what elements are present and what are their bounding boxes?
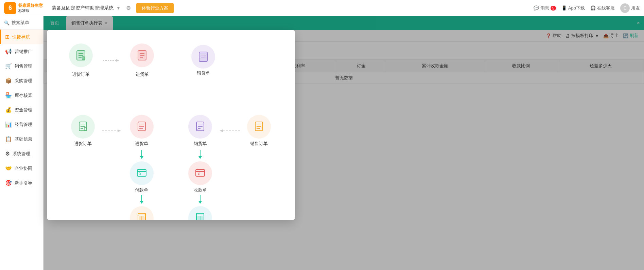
- basic-info-icon: 📋: [5, 136, 12, 142]
- node-shoukuan[interactable]: ¥ 收款单: [188, 161, 212, 193]
- sys-mgmt-icon: ⚙: [5, 150, 10, 157]
- fukuan-circle: ¥: [130, 161, 154, 185]
- arrow-shoukuan-down: [188, 195, 212, 204]
- top-bar: 6 畅康通好生意 标准版 装备及固定资产辅助管理系统 ▼ ⚙ 体验行业方案 💬 …: [0, 0, 644, 16]
- app-download-item[interactable]: 📱 App下载: [561, 5, 585, 11]
- svg-text:¥: ¥: [197, 172, 200, 176]
- message-label: 消息: [540, 5, 549, 11]
- sidebar-item-enterprise[interactable]: 🤝 企业协同: [0, 161, 43, 176]
- logo-text: 畅康通好生意 标准版: [18, 3, 43, 13]
- sales-icon: 🛒: [5, 63, 12, 69]
- sidebar-item-finance[interactable]: 💰 资金管理: [0, 103, 43, 117]
- modal-overlay: 进货订单 进货单: [43, 16, 644, 270]
- jinhuodd-circle: [71, 115, 95, 139]
- supplier-ledger-circle: [130, 206, 154, 220]
- svg-marker-49: [140, 201, 143, 204]
- jinhuodd-label: 进货订单: [74, 141, 92, 147]
- svg-rect-34: [255, 122, 263, 131]
- sidebar-item-operations[interactable]: 📊 经营管理: [0, 117, 43, 132]
- app-download-icon: 📱: [561, 5, 567, 11]
- enterprise-icon: 🤝: [5, 165, 12, 172]
- sidebar-item-label-inventory: 库存核算: [15, 92, 32, 98]
- purchase-order-label: 进货订单: [72, 71, 90, 77]
- flow-diagram: 进货订单 进货单: [60, 40, 281, 111]
- online-service-item[interactable]: 🎧 在线客服: [590, 5, 615, 11]
- modal-content: 进货订单 进货单: [47, 30, 295, 220]
- sidebar-item-label-purchase: 采购管理: [15, 78, 32, 84]
- sidebar-item-marketing[interactable]: 📢 营销推广: [0, 44, 43, 59]
- flow-arrows-down-2: [60, 195, 281, 204]
- sidebar-item-sys-mgmt[interactable]: ⚙ 系统管理: [0, 146, 43, 161]
- arrow-jinhuo-down: [130, 150, 154, 160]
- sidebar-item-label-sys-mgmt: 系统管理: [13, 151, 30, 157]
- app-download-label: App下载: [568, 5, 585, 11]
- sidebar-item-label-newbie: 新手引导: [15, 180, 32, 186]
- svg-rect-17: [79, 122, 87, 131]
- inventory-icon: 🏪: [5, 92, 12, 98]
- sales-bill-node[interactable]: 销货单: [191, 45, 215, 76]
- jinhuo-label: 进货单: [135, 141, 148, 147]
- sales-bill-label: 销货单: [197, 70, 210, 76]
- node-jinhuo[interactable]: 进货单: [130, 115, 154, 147]
- node-xiaohuo[interactable]: ≡ 销货单: [188, 115, 212, 147]
- search-menu-label: 搜索菜单: [12, 20, 29, 26]
- sidebar-item-purchase[interactable]: 📦 采购管理: [0, 73, 43, 88]
- arrow-jinhuo-right: [102, 127, 122, 134]
- svg-marker-39: [140, 156, 143, 159]
- xiaoshoudd-circle: [247, 115, 271, 139]
- svg-text:≡: ≡: [196, 128, 198, 131]
- sidebar-item-quick-nav[interactable]: ⊞ 快捷导航: [0, 30, 43, 44]
- sidebar-item-label-finance: 资金管理: [15, 107, 32, 113]
- top-center: 装备及固定资产辅助管理系统 ▼ ⚙ 体验行业方案: [48, 3, 534, 13]
- purchase-order-node[interactable]: 进货订单: [66, 40, 96, 81]
- arrow-h-1: [103, 57, 120, 64]
- sys-dropdown-icon[interactable]: ▼: [116, 5, 121, 11]
- modal-box: 进货订单 进货单: [47, 30, 295, 220]
- purchase-bill-label: 进货单: [136, 71, 149, 77]
- top-right: 💬 消息 5 📱 App下载 🎧 在线客服 E 用友: [534, 3, 640, 13]
- user-item[interactable]: E 用友: [620, 3, 640, 13]
- shoukuan-circle: ¥: [188, 161, 212, 185]
- gear-icon[interactable]: ⚙: [126, 5, 131, 11]
- trial-button[interactable]: 体验行业方案: [136, 3, 174, 13]
- arrow-xiaoshoudd-left: [220, 127, 240, 134]
- node-supplier-ledger[interactable]: 供应商账本: [130, 206, 154, 220]
- purchase-order-circle: [69, 43, 93, 67]
- arrow-fukuan-down: [130, 195, 154, 204]
- sidebar-item-label-operations: 经营管理: [15, 122, 32, 128]
- node-customer-ledger[interactable]: 客户账本: [188, 206, 212, 220]
- node-xiaoshoudd[interactable]: 销售订单: [247, 115, 271, 147]
- flow-row-1: 进货订单 进货单: [60, 111, 281, 150]
- svg-marker-41: [198, 156, 202, 159]
- logo-icon: 6: [4, 2, 16, 14]
- logo-line1: 畅康通好生意: [18, 3, 43, 8]
- message-icon: 💬: [534, 5, 539, 11]
- logo-area: 6 畅康通好生意 标准版: [4, 2, 48, 14]
- flow-row-2: ¥ 付款单 ¥ 收款单: [60, 160, 281, 195]
- sidebar-item-newbie[interactable]: 🎯 新手引导: [0, 176, 43, 190]
- search-icon: 🔍: [4, 20, 10, 25]
- search-menu[interactable]: 🔍 搜索菜单: [0, 16, 43, 30]
- svg-marker-51: [198, 201, 202, 204]
- svg-rect-42: [137, 169, 146, 176]
- purchase-bill-node[interactable]: 进货单: [127, 40, 157, 81]
- arrow-xiaohuo-down: [188, 150, 212, 160]
- sidebar-item-label-enterprise: 企业协同: [15, 165, 32, 172]
- sidebar: 🔍 搜索菜单 ⊞ 快捷导航 📢 营销推广 🛒 销售管理 📦 采购管理 🏪: [0, 16, 43, 270]
- shoukuan-label: 收款单: [194, 187, 207, 193]
- sidebar-item-sales[interactable]: 🛒 销售管理: [0, 59, 43, 73]
- svg-text:¥: ¥: [139, 172, 141, 176]
- purchase-icon: 📦: [5, 77, 12, 84]
- xiaohuo-label: 销货单: [194, 141, 207, 147]
- fukuan-label: 付款单: [135, 187, 148, 193]
- sidebar-item-inventory[interactable]: 🏪 库存核算: [0, 88, 43, 103]
- message-badge: 5: [551, 6, 556, 11]
- xiaohuo-circle: ≡: [188, 115, 212, 139]
- newbie-icon: 🎯: [5, 180, 12, 186]
- sidebar-item-basic-info[interactable]: 📋 基础信息: [0, 132, 43, 146]
- node-fukuan[interactable]: ¥ 付款单: [130, 161, 154, 193]
- message-item[interactable]: 💬 消息 5: [534, 5, 556, 11]
- node-jinhuodd[interactable]: 进货订单: [71, 115, 95, 147]
- sidebar-item-label-sales: 销售管理: [15, 63, 32, 69]
- svg-rect-23: [138, 122, 145, 131]
